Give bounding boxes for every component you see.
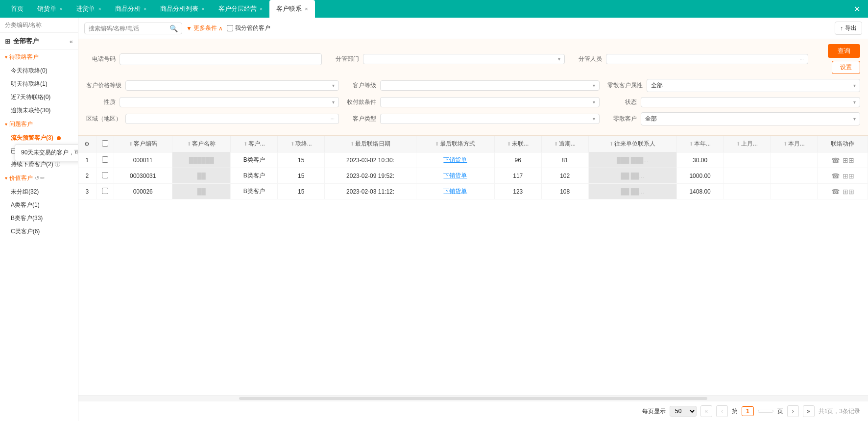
settings-button[interactable]: 设置 <box>832 61 860 74</box>
next-page-button[interactable]: › <box>787 405 799 417</box>
tab-home[interactable]: 首页 <box>4 0 30 18</box>
zero-attr-select[interactable]: 全部 ▾ <box>647 79 860 92</box>
customer-type-label: 客户类型 <box>347 115 376 123</box>
tab-customer-segmentation[interactable]: 客户分层经营 × <box>212 0 269 18</box>
table-row: 2 00030031 ██ B类客户 15 2023-02-09 19:52: … <box>78 168 868 184</box>
action-more-icon[interactable]: ⊞⊞ <box>843 156 854 164</box>
prev-page-button[interactable]: ‹ <box>716 405 728 417</box>
row-last-contact-method[interactable]: 下销货单 <box>416 152 495 168</box>
main-search-button[interactable]: 🔍 <box>169 25 178 32</box>
row-last-contact-method[interactable]: 下销货单 <box>416 168 495 184</box>
page-input[interactable] <box>758 410 773 413</box>
tab-analysis[interactable]: 商品分析 × <box>108 0 153 18</box>
level-select[interactable]: ▾ <box>380 80 600 91</box>
zero-attr-label: 零散客户属性 <box>607 81 643 90</box>
sidebar-item-overdue[interactable]: 逾期未联络(30) <box>0 104 78 117</box>
region-select[interactable]: ··· <box>125 114 339 124</box>
sidebar-item-class-c[interactable]: C类客户(6) <box>0 225 78 238</box>
search-input-wrap: 🔍 <box>84 23 182 34</box>
sidebar-all-customers[interactable]: ⊞ 全部客户 « <box>0 33 78 50</box>
zero-customer-select[interactable]: 全部 ▾ <box>641 112 860 125</box>
row-select-checkbox[interactable] <box>102 156 108 163</box>
sidebar-group-pending[interactable]: ▾ 待联络客户 <box>0 50 78 64</box>
filter-field-level: 客户等级 ▾ <box>347 80 600 91</box>
row-checkbox[interactable] <box>96 168 114 184</box>
col-settings[interactable]: ⚙ <box>78 136 96 152</box>
horizontal-scrollbar[interactable] <box>78 395 868 401</box>
tab-analysis-close[interactable]: × <box>144 6 146 12</box>
tab-sales-close[interactable]: × <box>59 6 62 12</box>
row-select-checkbox[interactable] <box>102 188 108 194</box>
row-checkbox[interactable] <box>96 152 114 168</box>
col-checkbox[interactable] <box>96 136 114 152</box>
sidebar-item-7days[interactable]: 近7天待联络(0) <box>0 91 78 104</box>
tooltip-box: 90天未交易的客户，可能有流失风险。 <box>15 144 78 161</box>
sidebar-item-churn-warning[interactable]: 流失预警客户(3) <box>0 131 78 145</box>
row-uncontacted: 123 <box>494 184 541 199</box>
tab-customer-contact-close[interactable]: × <box>305 6 308 12</box>
total-info: 共1页，3条记录 <box>819 407 860 416</box>
payment-select[interactable]: ▾ <box>380 97 600 107</box>
first-page-button[interactable]: « <box>700 405 712 417</box>
row-last-contact-method[interactable]: 下销货单 <box>416 184 495 199</box>
row-index: 1 <box>78 152 96 168</box>
tab-customer-contact[interactable]: 客户联系 × <box>269 0 314 18</box>
row-contact: 15 <box>278 184 325 199</box>
tab-analysis-list[interactable]: 商品分析列表 × <box>153 0 211 18</box>
sidebar-search-input[interactable] <box>5 22 78 28</box>
sidebar-item-class-a[interactable]: A类客户(1) <box>0 198 78 212</box>
action-more-icon[interactable]: ⊞⊞ <box>843 172 854 180</box>
row-last-month <box>723 168 771 184</box>
zero-customer-label: 零散客户 <box>607 115 637 123</box>
status-select[interactable]: ▾ <box>641 97 860 107</box>
row-checkbox[interactable] <box>96 184 114 199</box>
price-level-select[interactable]: ▾ <box>125 80 339 91</box>
row-index: 3 <box>78 184 96 199</box>
filter-field-dept: 分管部门 ▾ <box>330 54 565 64</box>
action-chat-icon[interactable]: ☎ <box>831 172 840 180</box>
sidebar-item-ungrouped[interactable]: 未分组(32) <box>0 185 78 198</box>
row-index: 2 <box>78 168 96 184</box>
row-select-checkbox[interactable] <box>102 172 108 178</box>
action-chat-icon[interactable]: ☎ <box>831 188 840 196</box>
window-close-button[interactable]: ✕ <box>850 2 864 16</box>
gender-select[interactable]: ▾ <box>120 97 339 107</box>
row-this-month <box>771 184 818 199</box>
last-page-button[interactable]: » <box>803 405 815 417</box>
more-conditions-button[interactable]: ▼ 更多条件 ∧ <box>186 24 223 32</box>
dept-label: 分管部门 <box>330 55 359 63</box>
sidebar-collapse-btn[interactable]: « <box>70 38 73 45</box>
customer-type-select[interactable]: ▾ <box>380 114 600 124</box>
payment-label: 收付款条件 <box>347 98 376 106</box>
sidebar-group-problem[interactable]: ▾ 问题客户 <box>0 117 78 131</box>
main-search-input[interactable] <box>89 25 169 32</box>
query-button[interactable]: 查询 <box>828 44 860 58</box>
filter-actions: 查询 设置 <box>816 44 860 74</box>
sidebar-item-today[interactable]: 今天待联络(0) <box>0 64 78 77</box>
sidebar-item-tomorrow[interactable]: 明天待联络(1) <box>0 77 78 91</box>
col-this-month: ⬆本月... <box>771 136 818 152</box>
export-button[interactable]: ↑ 导出 <box>835 22 862 35</box>
sidebar-group-value[interactable]: ▾ 价值客户 ↺ ✏ <box>0 171 78 185</box>
phone-input[interactable] <box>120 53 322 65</box>
my-customers-checkbox[interactable] <box>227 25 233 31</box>
sidebar-item-class-b[interactable]: B类客户(33) <box>0 212 78 225</box>
tab-purchase[interactable]: 进货单 × <box>69 0 108 18</box>
dept-select[interactable]: ▾ <box>363 54 565 64</box>
per-page-select[interactable]: 50 20 100 <box>670 406 697 417</box>
select-all-checkbox[interactable] <box>102 140 108 147</box>
scrollbar-track[interactable] <box>239 397 707 400</box>
person-select[interactable]: ··· <box>606 54 808 64</box>
tab-customer-seg-close[interactable]: × <box>260 6 263 12</box>
pagination-bar: 每页显示 50 20 100 « ‹ 第 1 页 › » 共1页，3条记录 <box>78 401 868 421</box>
tab-analysis-list-close[interactable]: × <box>201 6 204 12</box>
tab-purchase-close[interactable]: × <box>98 6 101 12</box>
filter-row-4: 区域（地区） ··· 客户类型 ▾ 零散客户 全部 <box>86 112 860 125</box>
action-more-icon[interactable]: ⊞⊞ <box>843 188 854 196</box>
action-chat-icon[interactable]: ☎ <box>831 156 840 164</box>
my-customers-checkbox-label[interactable]: 我分管的客户 <box>227 24 270 32</box>
row-overdue: 108 <box>541 184 588 199</box>
col-overdue: ⬆逾期... <box>541 136 588 152</box>
tab-sales[interactable]: 销货单 × <box>30 0 69 18</box>
row-action: ☎ ⊞⊞ <box>818 168 868 184</box>
